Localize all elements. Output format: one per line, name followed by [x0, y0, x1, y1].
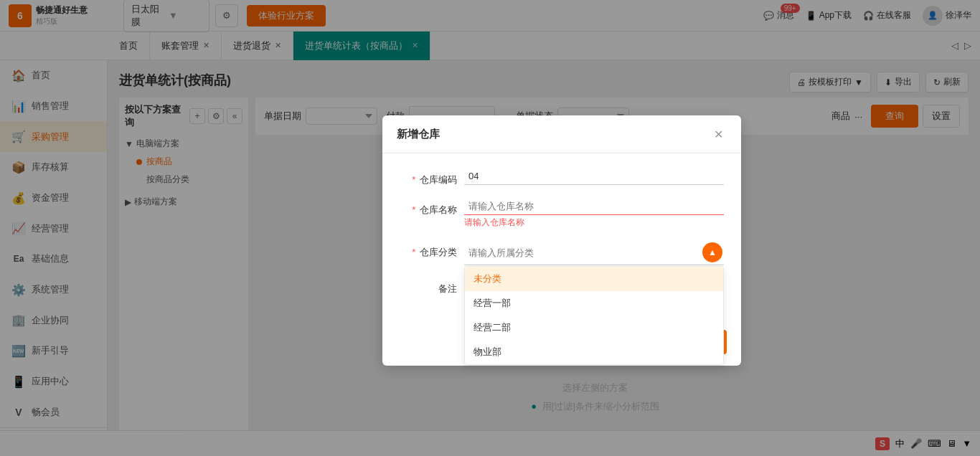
modal-close-button[interactable]: ✕: [710, 125, 727, 143]
modal-header: 新增仓库 ✕: [382, 115, 741, 153]
warehouse-name-input[interactable]: [464, 198, 724, 215]
warehouse-name-label: * 仓库名称: [400, 198, 457, 217]
category-input[interactable]: [464, 240, 702, 265]
cat-option-none[interactable]: 未分类: [465, 267, 723, 291]
cat-option-dept2[interactable]: 经营二部: [465, 315, 723, 340]
category-dropdown-wrap: ▲ 未分类 经营一部 经营二部 物业部: [464, 240, 724, 265]
warehouse-cat-label: * 仓库分类: [400, 240, 457, 259]
warehouse-code-row: * 仓库编码: [400, 168, 724, 186]
warehouse-name-error: 请输入仓库名称: [464, 217, 724, 229]
warehouse-name-row: * 仓库名称 请输入仓库名称: [400, 198, 724, 229]
category-dropdown: 未分类 经营一部 经营二部 物业部: [464, 266, 724, 365]
cat-option-dept1[interactable]: 经营一部: [465, 291, 723, 315]
warehouse-code-label: * 仓库编码: [400, 168, 457, 186]
warehouse-cat-row: * 仓库分类 ▲ 未分类 经营一部 经营二部 物业部: [400, 240, 724, 265]
modal-title: 新增仓库: [397, 127, 440, 141]
cat-option-property[interactable]: 物业部: [465, 340, 723, 364]
category-toggle-button[interactable]: ▲: [702, 242, 722, 262]
modal-body: * 仓库编码 * 仓库名称 请输入仓库名称 * 仓库分类: [382, 153, 741, 321]
warehouse-code-input[interactable]: [464, 168, 724, 185]
add-warehouse-modal: 新增仓库 ✕ * 仓库编码 * 仓库名称 请输入仓库名称: [382, 115, 741, 366]
notes-label: 备注: [400, 277, 457, 295]
